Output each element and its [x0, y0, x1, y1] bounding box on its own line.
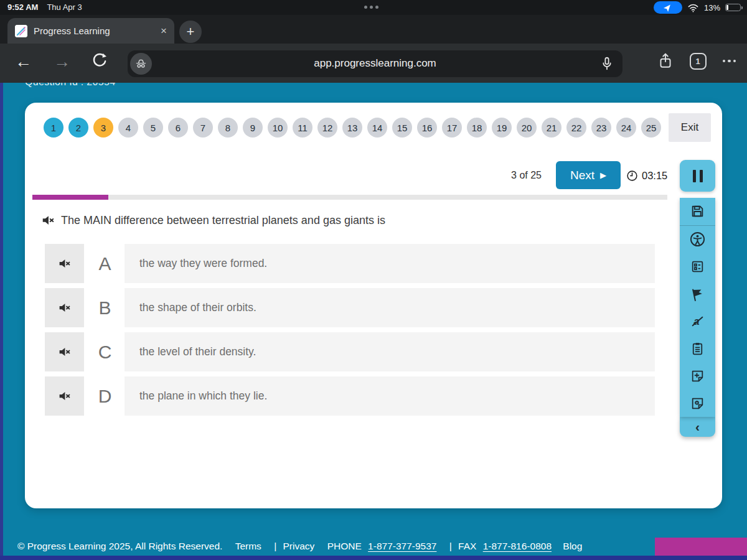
flag-button[interactable]	[680, 281, 715, 308]
status-date: Thu Apr 3	[47, 2, 82, 12]
status-bar: 9:52 AM Thu Apr 3 13%	[0, 0, 747, 15]
share-icon[interactable]	[657, 52, 674, 70]
save-icon	[690, 203, 705, 219]
question-number-4[interactable]: 4	[118, 118, 138, 138]
notepad-button[interactable]	[680, 335, 715, 362]
question-number-14[interactable]: 14	[367, 118, 387, 138]
question-number-18[interactable]: 18	[467, 118, 487, 138]
battery-percent: 13%	[704, 3, 720, 12]
answer-audio-muted-icon[interactable]	[45, 288, 84, 327]
answer-letter[interactable]: A	[85, 244, 125, 283]
question-number-23[interactable]: 23	[591, 118, 611, 138]
footer-fax-link[interactable]: 1-877-816-0808	[483, 541, 552, 551]
multitasking-dots-icon	[364, 6, 378, 9]
url-text: app.progresslearning.com	[128, 57, 622, 70]
question-number-10[interactable]: 10	[268, 118, 288, 138]
next-button[interactable]: Next ▶	[556, 161, 621, 189]
question-number-17[interactable]: 17	[442, 118, 462, 138]
microphone-icon[interactable]	[599, 55, 615, 72]
footer-phone-label: PHONE	[327, 541, 362, 551]
back-button[interactable]: ←	[15, 54, 32, 70]
question-id-label: Question Id : 20554	[25, 83, 115, 88]
clock-icon	[626, 170, 638, 182]
answer-audio-muted-icon[interactable]	[45, 376, 84, 416]
question-number-16[interactable]: 16	[417, 118, 437, 138]
answer-audio-muted-icon[interactable]	[45, 244, 84, 283]
question-number-5[interactable]: 5	[143, 118, 163, 138]
eliminate-answer-icon: a	[690, 314, 705, 329]
footer-accent-block	[655, 538, 747, 556]
question-number-9[interactable]: 9	[243, 118, 263, 138]
question-number-21[interactable]: 21	[542, 118, 561, 138]
footer-phone-link[interactable]: 1-877-377-9537	[368, 541, 436, 551]
browser-tab[interactable]: Progress Learning ×	[7, 18, 174, 44]
question-number-8[interactable]: 8	[218, 118, 238, 138]
answer-list: A the way they were formed. B the shape …	[45, 244, 655, 421]
answer-audio-muted-icon[interactable]	[45, 332, 84, 371]
accessibility-button[interactable]	[680, 226, 715, 253]
url-bar[interactable]: app.progresslearning.com	[128, 50, 622, 77]
forward-button[interactable]: →	[54, 54, 70, 70]
question-audio-muted-icon[interactable]	[41, 213, 55, 227]
answer-letter[interactable]: D	[85, 376, 125, 416]
question-number-nav: 1234567891011121314151617181920212223242…	[44, 118, 661, 138]
bottom-edge-border	[0, 556, 747, 560]
timer-value: 03:15	[642, 170, 667, 182]
timer: 03:15	[626, 170, 667, 182]
pause-button[interactable]	[680, 160, 715, 192]
footer-separator: |	[449, 541, 452, 551]
add-note-button[interactable]	[680, 362, 715, 390]
reload-button[interactable]	[91, 52, 108, 69]
answer-text[interactable]: the shape of their orbits.	[125, 288, 655, 327]
page-content: Question Id : 20554 12345678910111213141…	[0, 83, 747, 560]
answer-text[interactable]: the level of their density.	[125, 332, 655, 371]
left-edge-border	[0, 83, 3, 560]
question-number-25[interactable]: 25	[641, 118, 661, 138]
eliminate-answer-button[interactable]: a	[680, 308, 715, 335]
question-number-2[interactable]: 2	[68, 118, 88, 138]
answer-row-A[interactable]: A the way they were formed.	[45, 244, 655, 283]
question-number-12[interactable]: 12	[317, 118, 337, 138]
tab-count-button[interactable]: 1	[690, 53, 707, 70]
save-button[interactable]	[680, 198, 715, 226]
tab-title: Progress Learning	[34, 26, 154, 36]
footer-fax-label: FAX	[458, 541, 476, 551]
question-number-15[interactable]: 15	[392, 118, 412, 138]
answer-row-D[interactable]: D the plane in which they lie.	[45, 376, 655, 416]
question-number-20[interactable]: 20	[517, 118, 537, 138]
question-counter: 3 of 25	[473, 170, 542, 181]
question-number-7[interactable]: 7	[193, 118, 213, 138]
question-number-24[interactable]: 24	[616, 118, 636, 138]
question-number-13[interactable]: 13	[342, 118, 362, 138]
answer-text[interactable]: the plane in which they lie.	[125, 376, 655, 416]
answer-row-B[interactable]: B the shape of their orbits.	[45, 288, 655, 327]
status-time: 9:52 AM	[7, 2, 38, 12]
view-notes-button[interactable]	[680, 390, 715, 417]
new-tab-button[interactable]: +	[179, 21, 202, 43]
footer: © Progress Learning 2025, All Rights Res…	[0, 535, 747, 556]
accessibility-icon	[689, 231, 706, 248]
question-number-19[interactable]: 19	[492, 118, 512, 138]
question-number-3[interactable]: 3	[93, 118, 113, 138]
answer-letter[interactable]: C	[85, 332, 125, 371]
question-number-11[interactable]: 11	[293, 118, 312, 138]
question-number-22[interactable]: 22	[566, 118, 586, 138]
footer-privacy-link[interactable]: Privacy	[283, 541, 315, 551]
tab-strip: Progress Learning × +	[0, 15, 747, 44]
question-number-6[interactable]: 6	[168, 118, 188, 138]
answer-text[interactable]: the way they were formed.	[125, 244, 655, 283]
answer-row-C[interactable]: C the level of their density.	[45, 332, 655, 371]
browser-menu-icon[interactable]	[723, 60, 736, 63]
tab-close-icon[interactable]: ×	[161, 25, 167, 37]
footer-blog-link[interactable]: Blog	[563, 541, 582, 551]
sidebar-collapse-button[interactable]: ‹	[680, 417, 715, 437]
quiz-card: 1234567891011121314151617181920212223242…	[25, 103, 722, 508]
wifi-icon	[687, 3, 699, 12]
question-number-1[interactable]: 1	[44, 118, 63, 138]
battery-icon	[725, 4, 741, 11]
answer-letter[interactable]: B	[85, 288, 125, 327]
footer-terms-link[interactable]: Terms	[235, 541, 261, 551]
flag-icon	[690, 286, 705, 302]
exit-button[interactable]: Exit	[669, 113, 711, 142]
answer-options-button[interactable]	[680, 253, 715, 281]
